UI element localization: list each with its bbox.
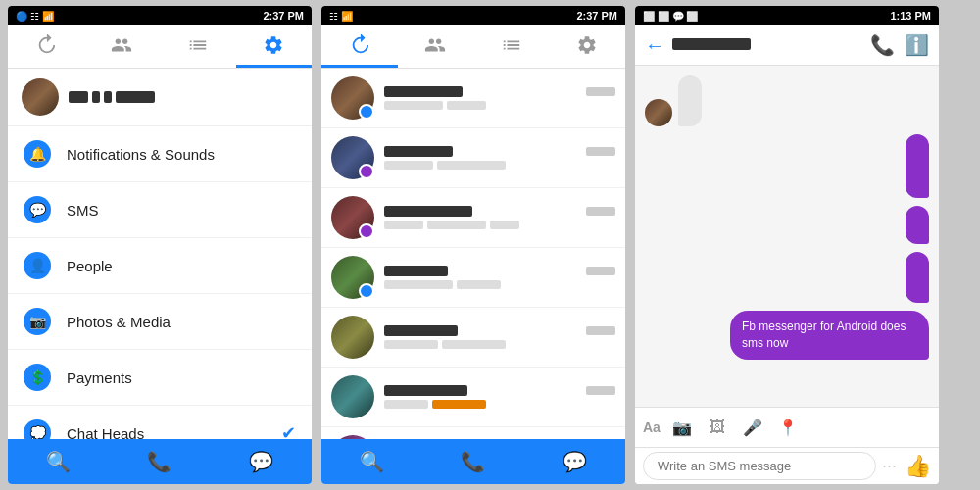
camera-icon: 📷 (24, 308, 51, 335)
name-block (384, 86, 463, 97)
nav-tabs-left (8, 25, 312, 69)
people-icon: 👤 (24, 252, 51, 279)
msg-block (437, 161, 506, 170)
badge-purple-2 (359, 164, 374, 179)
chat-input[interactable] (643, 452, 876, 480)
bottom-bar-left: 🔍 📞 💬 (8, 439, 312, 484)
sms-label: SMS (67, 202, 296, 219)
name-block-4 (116, 91, 155, 103)
settings-item-photos[interactable]: 📷 Photos & Media (8, 294, 312, 350)
list-item[interactable] (321, 188, 625, 248)
message-sent-text: Fb messenger for Android does sms now (645, 311, 929, 360)
payments-icon: 💲 (24, 364, 51, 391)
sent-bubble-3 (906, 252, 929, 303)
convo-info-6 (384, 385, 615, 409)
msg-block (384, 220, 423, 229)
settings-item-sms[interactable]: 💬 SMS (8, 182, 312, 238)
convo-info-4 (384, 266, 615, 289)
msg-block (384, 400, 428, 409)
sms-icon: 💬 (24, 196, 51, 223)
settings-list: 🔔 Notifications & Sounds 💬 SMS 👤 People … (8, 126, 312, 439)
send-button[interactable]: 👍 (905, 454, 931, 479)
list-item[interactable] (321, 427, 625, 439)
name-block-2 (92, 91, 100, 103)
phone-icon-left[interactable]: 📞 (147, 450, 172, 473)
list-item[interactable] (321, 308, 625, 368)
tab-settings-left[interactable] (236, 25, 313, 68)
settings-item-notifications[interactable]: 🔔 Notifications & Sounds (8, 126, 312, 182)
time-block (586, 147, 615, 156)
convo-info-3 (384, 206, 615, 229)
left-panel: 🔵 ☷ 📶 2:37 PM 🔔 Notifications & Sou (8, 6, 312, 484)
convo-avatar-3 (331, 196, 374, 239)
settings-item-payments[interactable]: 💲 Payments (8, 350, 312, 406)
msg-block (384, 280, 453, 289)
back-button[interactable]: ← (645, 34, 664, 57)
badge-fb-4 (359, 283, 374, 299)
status-icons-middle: ☷ 📶 (329, 11, 353, 22)
info-icon[interactable]: ℹ️ (905, 33, 929, 57)
location-toolbar-icon[interactable]: 📍 (774, 414, 802, 441)
middle-panel: ☷ 📶 2:37 PM (321, 6, 625, 484)
notifications-label: Notifications & Sounds (67, 146, 296, 163)
search-icon-left[interactable]: 🔍 (46, 450, 71, 473)
chat-icon-left[interactable]: 💬 (249, 450, 273, 473)
convo-info-2 (384, 146, 615, 170)
phone-call-icon[interactable]: 📞 (870, 33, 895, 57)
search-icon-middle[interactable]: 🔍 (360, 450, 384, 473)
people-label: People (67, 258, 296, 274)
tab-list-left[interactable] (160, 25, 236, 68)
time-right: 1:13 PM (890, 10, 931, 22)
time-block (586, 207, 615, 216)
aa-button[interactable]: Aa (643, 419, 661, 435)
list-item[interactable] (321, 128, 625, 188)
tab-contacts-left[interactable] (84, 25, 161, 68)
profile-avatar (22, 78, 59, 116)
convo-info-1 (384, 86, 615, 110)
tab-recent-middle[interactable] (321, 25, 398, 68)
chat-input-row: ··· 👍 (635, 447, 939, 484)
chat-header: ← 📞 ℹ️ (635, 25, 939, 66)
message-received-1 (645, 75, 929, 126)
message-sent-1 (645, 134, 929, 198)
status-bar-right: ⬜ ⬜ 💬 ⬜ 1:13 PM (635, 6, 939, 25)
settings-item-people[interactable]: 👤 People (8, 238, 312, 294)
image-toolbar-icon[interactable]: 🖼 (704, 414, 731, 441)
status-icons-right: ⬜ ⬜ 💬 ⬜ (643, 11, 698, 22)
name-block (384, 146, 453, 157)
tab-contacts-middle[interactable] (398, 25, 474, 68)
settings-item-chatheads[interactable]: 💭 Chat Heads ✔ (8, 406, 312, 439)
photos-label: Photos & Media (67, 314, 296, 330)
time-block (586, 267, 615, 275)
time-block (586, 386, 615, 395)
message-sent-2 (645, 206, 929, 244)
msg-block (447, 101, 486, 110)
time-middle: 2:37 PM (576, 10, 617, 22)
msg-block (384, 340, 438, 349)
convo-avatar-1 (331, 76, 374, 120)
name-block-1 (69, 91, 88, 103)
status-bar-middle: ☷ 📶 2:37 PM (321, 6, 625, 25)
time-block (586, 326, 615, 335)
message-text: Fb messenger for Android does sms now (742, 319, 906, 350)
status-icons-left: 🔵 ☷ 📶 (16, 11, 54, 22)
list-item[interactable] (321, 69, 625, 128)
bottom-bar-middle: 🔍 📞 💬 (321, 439, 625, 484)
list-item[interactable] (321, 368, 625, 427)
phone-icon-middle[interactable]: 📞 (461, 450, 485, 473)
convo-info-5 (384, 325, 615, 349)
nav-tabs-middle (321, 25, 625, 69)
chatheads-label: Chat Heads (67, 425, 281, 440)
tab-settings-middle[interactable] (550, 25, 626, 68)
msg-block (457, 280, 501, 289)
chat-icon-middle[interactable]: 💬 (563, 450, 587, 473)
tab-list-middle[interactable] (473, 25, 550, 68)
tab-recent-left[interactable] (8, 25, 84, 68)
received-avatar (645, 99, 672, 126)
camera-toolbar-icon[interactable]: 📷 (668, 414, 696, 441)
list-item[interactable] (321, 248, 625, 308)
microphone-toolbar-icon[interactable]: 🎤 (739, 414, 766, 441)
chat-messages: Fb messenger for Android does sms now (635, 66, 939, 407)
sent-bubble-1 (906, 134, 929, 198)
convo-avatar-4 (331, 256, 374, 299)
